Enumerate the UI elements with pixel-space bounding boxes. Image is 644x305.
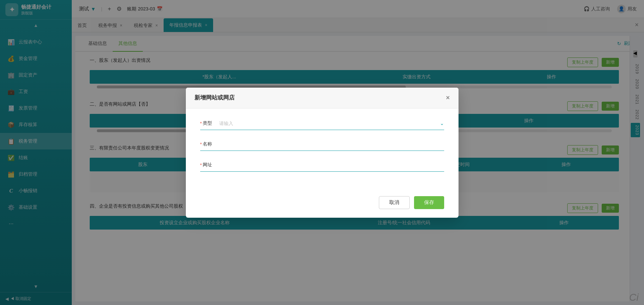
name-field-row: * 名称 <box>200 140 444 151</box>
name-input[interactable] <box>219 140 444 148</box>
modal-close-btn[interactable]: × <box>446 94 450 102</box>
url-field-row: * 网址 <box>200 161 444 172</box>
add-website-modal: 新增网站或网店 × * 类型 ⌄ * <box>186 88 459 218</box>
type-label: * 类型 <box>200 120 212 126</box>
save-button[interactable]: 保存 <box>414 196 444 209</box>
cancel-button[interactable]: 取消 <box>379 196 410 209</box>
form-row-name: * 名称 <box>200 140 444 151</box>
modal-overlay: 新增网站或网店 × * 类型 ⌄ * <box>0 0 644 305</box>
type-field-row: * 类型 ⌄ <box>200 119 444 130</box>
url-label: * 网址 <box>200 162 212 168</box>
modal-footer: 取消 保存 <box>186 189 459 218</box>
type-input[interactable] <box>219 119 436 128</box>
modal-body: * 类型 ⌄ * 名称 <box>186 108 459 189</box>
type-dropdown-arrow[interactable]: ⌄ <box>440 120 444 126</box>
modal-title: 新增网站或网店 <box>194 94 235 102</box>
url-input[interactable] <box>219 161 444 169</box>
modal-header: 新增网站或网店 × <box>186 88 459 108</box>
form-row-type: * 类型 ⌄ <box>200 119 444 130</box>
form-row-url: * 网址 <box>200 161 444 172</box>
name-label: * 名称 <box>200 141 212 147</box>
